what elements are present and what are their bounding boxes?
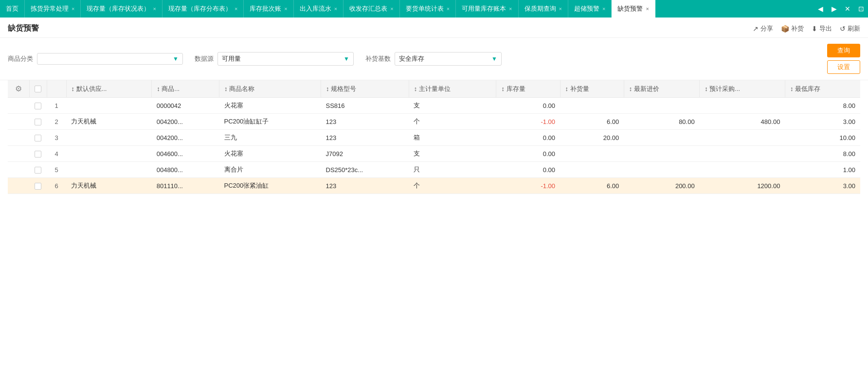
tab-inventory-dist[interactable]: 现存量（库存分布表） ×	[163, 0, 244, 18]
tab-inventory-status-close[interactable]: ×	[153, 6, 156, 12]
row-replenish: 6.00	[560, 114, 624, 130]
tab-inout-flow-close[interactable]: ×	[334, 6, 337, 12]
datasource-select[interactable]: 可用量 ▼	[217, 52, 354, 66]
tab-available-ledger-close[interactable]: ×	[509, 6, 512, 12]
row-min-stock: 10.00	[785, 130, 860, 146]
col-header-name[interactable]: ↕ 商品名称	[219, 80, 321, 98]
tab-next-btn[interactable]: ▶	[827, 0, 841, 18]
tab-collect-summary[interactable]: 收发存汇总表 ×	[344, 0, 399, 18]
tab-collect-summary-close[interactable]: ×	[390, 6, 393, 12]
row-checkbox[interactable]	[35, 103, 41, 109]
table-row[interactable]: 3 004200... 三九 123 箱 0.00 20.00 10.00	[8, 130, 860, 146]
row-check-cell[interactable]	[29, 130, 47, 146]
row-check-cell[interactable]	[29, 162, 47, 178]
row-supplier: 力天机械	[66, 178, 152, 194]
data-table: ⚙ ↕ 默认供应... ↕ 商品... ↕ 商品名称	[8, 80, 860, 194]
tab-expiry-query[interactable]: 保质期查询 ×	[519, 0, 568, 18]
row-name: PC200张紧油缸	[219, 178, 321, 194]
export-button[interactable]: ⬇ 导出	[812, 24, 832, 33]
row-index: 4	[47, 146, 66, 162]
tab-requisition-stat[interactable]: 要货单统计表 ×	[400, 0, 456, 18]
header-checkbox[interactable]	[35, 86, 41, 92]
replenish-base-select[interactable]: 安全库存 ▼	[395, 52, 502, 66]
tab-shortage-close[interactable]: ×	[646, 6, 649, 12]
tab-inventory-status[interactable]: 现存量（库存状况表） ×	[81, 0, 162, 18]
row-code: 004200...	[152, 114, 219, 130]
col-header-supplier[interactable]: ↕ 默认供应...	[66, 80, 152, 98]
row-name: 离合片	[219, 162, 321, 178]
query-button[interactable]: 查询	[827, 44, 860, 57]
row-check-cell[interactable]	[29, 178, 47, 194]
row-est-purchase	[700, 146, 785, 162]
tab-overstock-label: 超储预警	[574, 4, 599, 13]
row-checkbox[interactable]	[35, 183, 41, 190]
tab-requisition-stat-close[interactable]: ×	[447, 6, 450, 12]
tab-shortage[interactable]: 缺货预警 ×	[612, 0, 655, 18]
col-header-est-purchase[interactable]: ↕ 预计采购...	[700, 80, 785, 98]
row-checkbox[interactable]	[35, 151, 41, 158]
table-row[interactable]: 1 0000042 火花塞 SS816 支 0.00 8.00	[8, 98, 860, 114]
col-header-gear[interactable]: ⚙	[8, 80, 29, 98]
row-min-stock: 1.00	[785, 162, 860, 178]
tab-available-ledger[interactable]: 可用量库存账本 ×	[456, 0, 518, 18]
col-header-stock[interactable]: ↕ 库存量	[496, 80, 560, 98]
replenish-button[interactable]: 📦 补货	[781, 24, 804, 33]
row-replenish	[560, 146, 624, 162]
col-replenish-label: ↕ 补货量	[565, 85, 589, 92]
header-actions: ↗ 分享 📦 补货 ⬇ 导出 ↺ 刷新	[753, 24, 860, 33]
col-header-replenish[interactable]: ↕ 补货量	[560, 80, 624, 98]
tab-home[interactable]: 首页	[0, 0, 25, 18]
main-content: 缺货预警 ↗ 分享 📦 补货 ⬇ 导出 ↺ 刷新 商品分类	[0, 18, 868, 387]
tab-prev-btn[interactable]: ◀	[814, 0, 827, 18]
tab-available-ledger-label: 可用量库存账本	[462, 4, 506, 13]
table-row[interactable]: 6 力天机械 801110... PC200张紧油缸 123 个 -1.00 6…	[8, 178, 860, 194]
share-label: 分享	[760, 24, 773, 33]
row-checkbox[interactable]	[35, 135, 41, 141]
col-header-spec[interactable]: ↕ 规格型号	[321, 80, 409, 98]
filter-actions: 查询 设置	[827, 44, 860, 74]
table-row[interactable]: 4 004600... 火花塞 J7092 支 0.00 8.00	[8, 146, 860, 162]
refresh-button[interactable]: ↺ 刷新	[840, 24, 860, 33]
table-row[interactable]: 2 力天机械 004200... PC200油缸缸子 123 个 -1.00 6…	[8, 114, 860, 130]
row-checkbox[interactable]	[35, 167, 41, 174]
tab-overstock[interactable]: 超储预警 ×	[568, 0, 612, 18]
tab-batch-account-close[interactable]: ×	[284, 6, 287, 12]
row-gear-cell	[8, 146, 29, 162]
col-header-code[interactable]: ↕ 商品...	[152, 80, 219, 98]
col-header-latest-price[interactable]: ↕ 最新进价	[624, 80, 699, 98]
row-check-cell[interactable]	[29, 98, 47, 114]
tab-abnormal-label: 拣货异常处理	[31, 4, 69, 13]
settings-button[interactable]: 设置	[827, 60, 860, 74]
row-check-cell[interactable]	[29, 114, 47, 130]
col-header-min-stock[interactable]: ↕ 最低库存	[785, 80, 860, 98]
gear-settings-icon[interactable]: ⚙	[15, 85, 22, 93]
tab-abnormal-close[interactable]: ×	[72, 6, 74, 12]
table-row[interactable]: 5 004800... 离合片 DS250*23c... 只 0.00 1.00	[8, 162, 860, 178]
tab-overstock-close[interactable]: ×	[602, 6, 605, 12]
tab-requisition-stat-label: 要货单统计表	[406, 4, 444, 13]
table-header-row: ⚙ ↕ 默认供应... ↕ 商品... ↕ 商品名称	[8, 80, 860, 98]
tab-abnormal[interactable]: 拣货异常处理 ×	[25, 0, 81, 18]
tab-expiry-query-close[interactable]: ×	[559, 6, 562, 12]
tab-batch-account[interactable]: 库存批次账 ×	[244, 0, 293, 18]
category-chevron-icon: ▼	[173, 55, 179, 62]
row-name: 三九	[219, 130, 321, 146]
replenish-base-label: 补货基数	[365, 54, 391, 63]
col-header-check[interactable]	[29, 80, 47, 98]
row-check-cell[interactable]	[29, 146, 47, 162]
row-replenish	[560, 162, 624, 178]
tab-inventory-dist-close[interactable]: ×	[235, 6, 237, 12]
col-header-unit[interactable]: ↕ 主计量单位	[409, 80, 496, 98]
row-checkbox[interactable]	[35, 119, 41, 125]
replenish-base-value: 安全库存	[399, 54, 424, 63]
tab-expand-btn[interactable]: ⊡	[854, 0, 868, 18]
category-select[interactable]: ▼	[37, 53, 183, 65]
tab-inout-flow[interactable]: 出入库流水 ×	[294, 0, 344, 18]
row-replenish: 20.00	[560, 130, 624, 146]
row-spec: 123	[321, 130, 409, 146]
tab-batch-account-label: 库存批次账	[250, 4, 281, 13]
row-index: 3	[47, 130, 66, 146]
tab-minimize-btn[interactable]: ✕	[841, 0, 854, 18]
share-button[interactable]: ↗ 分享	[753, 24, 773, 33]
row-unit: 个	[409, 178, 496, 194]
